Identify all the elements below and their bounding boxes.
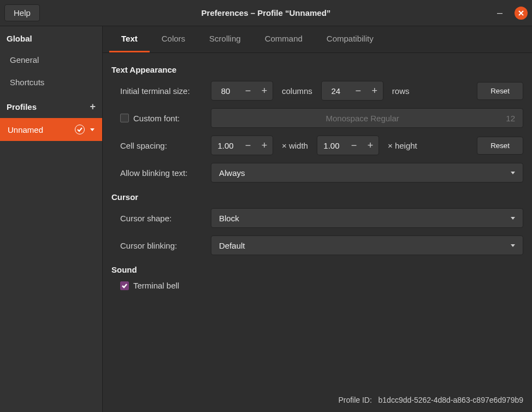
row-terminal-bell: Terminal bell xyxy=(111,281,523,290)
columns-unit: columns xyxy=(279,86,316,96)
cursor-blinking-label: Cursor blinking: xyxy=(111,241,205,250)
allow-blinking-dropdown[interactable]: Always xyxy=(211,163,523,183)
row-custom-font: Custom font: Monospace Regular 12 xyxy=(111,108,523,128)
height-value: 1.00 xyxy=(317,141,346,150)
cursor-blinking-dropdown[interactable]: Default xyxy=(211,236,523,255)
height-decrement[interactable]: − xyxy=(346,136,362,155)
profiles-label: Profiles xyxy=(7,102,37,111)
tab-scrolling[interactable]: Scrolling xyxy=(197,26,253,52)
minimize-button[interactable]: – xyxy=(495,8,505,18)
tabs: Text Colors Scrolling Command Compatibil… xyxy=(103,26,532,53)
width-increment[interactable]: + xyxy=(256,136,273,155)
width-unit: × width xyxy=(279,141,311,150)
cursor-shape-value: Block xyxy=(219,214,511,223)
active-check-icon xyxy=(75,125,85,134)
font-name: Monospace Regular xyxy=(219,114,506,123)
terminal-bell-label: Terminal bell xyxy=(133,281,179,290)
sidebar: Global General Shortcuts Profiles + Unna… xyxy=(0,26,103,412)
row-initial-size: Initial terminal size: 80 − + columns 24… xyxy=(111,81,523,101)
allow-blinking-label: Allow blinking text: xyxy=(111,168,205,178)
tab-command[interactable]: Command xyxy=(253,26,315,52)
row-cursor-blinking: Cursor blinking: Default xyxy=(111,236,523,255)
sidebar-item-shortcuts[interactable]: Shortcuts xyxy=(0,71,102,93)
height-spinner[interactable]: 1.00 − + xyxy=(317,136,379,155)
custom-font-label: Custom font: xyxy=(133,114,180,123)
sidebar-item-profile-active[interactable]: Unnamed xyxy=(0,118,102,141)
tab-compatibility[interactable]: Compatibility xyxy=(315,26,386,52)
cell-spacing-label: Cell spacing: xyxy=(111,141,205,150)
width-decrement[interactable]: − xyxy=(240,136,256,155)
cursor-shape-dropdown[interactable]: Block xyxy=(211,208,523,228)
tab-colors[interactable]: Colors xyxy=(150,26,197,52)
row-cell-spacing: Cell spacing: 1.00 − + × width 1.00 − + … xyxy=(111,136,523,155)
reset-spacing-button[interactable]: Reset xyxy=(477,137,523,155)
font-size: 12 xyxy=(506,114,515,123)
font-picker-button[interactable]: Monospace Regular 12 xyxy=(211,108,523,128)
allow-blinking-value: Always xyxy=(219,168,511,178)
sidebar-item-general[interactable]: General xyxy=(0,49,102,71)
section-sound: Sound xyxy=(111,265,523,274)
row-cursor-shape: Cursor shape: Block xyxy=(111,208,523,228)
rows-unit: rows xyxy=(389,86,413,96)
rows-decrement[interactable]: − xyxy=(350,81,367,101)
titlebar: Help Preferences – Profile “Unnamed” – xyxy=(0,0,532,26)
profile-menu-caret-icon[interactable] xyxy=(90,128,94,131)
help-button[interactable]: Help xyxy=(4,4,40,21)
sidebar-global-header: Global xyxy=(0,26,102,49)
section-cursor: Cursor xyxy=(111,192,523,202)
close-icon xyxy=(518,10,524,16)
height-increment[interactable]: + xyxy=(362,136,379,155)
custom-font-label-wrap: Custom font: xyxy=(111,114,205,123)
columns-decrement[interactable]: − xyxy=(240,81,256,101)
profile-id-label: Profile ID: xyxy=(338,396,371,404)
cursor-shape-label: Cursor shape: xyxy=(111,214,205,223)
reset-size-button[interactable]: Reset xyxy=(477,82,523,100)
terminal-bell-checkbox[interactable] xyxy=(120,281,129,290)
initial-size-label: Initial terminal size: xyxy=(111,86,205,96)
custom-font-checkbox[interactable] xyxy=(120,114,129,122)
content: Text Colors Scrolling Command Compatibil… xyxy=(103,26,532,412)
width-value: 1.00 xyxy=(211,141,240,150)
cursor-blinking-value: Default xyxy=(219,241,511,250)
columns-increment[interactable]: + xyxy=(256,81,273,101)
active-profile-name: Unnamed xyxy=(8,125,69,134)
tab-text[interactable]: Text xyxy=(109,26,150,52)
dropdown-arrow-icon xyxy=(511,244,515,247)
window-title: Preferences – Profile “Unnamed” xyxy=(202,8,331,17)
rows-increment[interactable]: + xyxy=(367,81,383,101)
footer: Profile ID: b1dcc9dd-5262-4d8d-a863-c897… xyxy=(103,390,532,412)
profile-id-value: b1dcc9dd-5262-4d8d-a863-c897e6d979b9 xyxy=(379,396,523,404)
height-unit: × height xyxy=(385,141,421,150)
add-profile-button[interactable]: + xyxy=(90,101,96,113)
rows-value: 24 xyxy=(322,86,350,96)
dropdown-arrow-icon xyxy=(511,217,515,220)
panel-text: Text Appearance Initial terminal size: 8… xyxy=(103,53,532,390)
close-button[interactable] xyxy=(515,7,528,20)
dropdown-arrow-icon xyxy=(511,172,515,174)
section-text-appearance: Text Appearance xyxy=(111,65,523,74)
rows-spinner[interactable]: 24 − + xyxy=(321,81,383,101)
width-spinner[interactable]: 1.00 − + xyxy=(211,136,273,155)
row-allow-blinking: Allow blinking text: Always xyxy=(111,163,523,183)
columns-spinner[interactable]: 80 − + xyxy=(211,81,273,101)
sidebar-profiles-header: Profiles + xyxy=(0,93,102,118)
columns-value: 80 xyxy=(211,86,240,96)
